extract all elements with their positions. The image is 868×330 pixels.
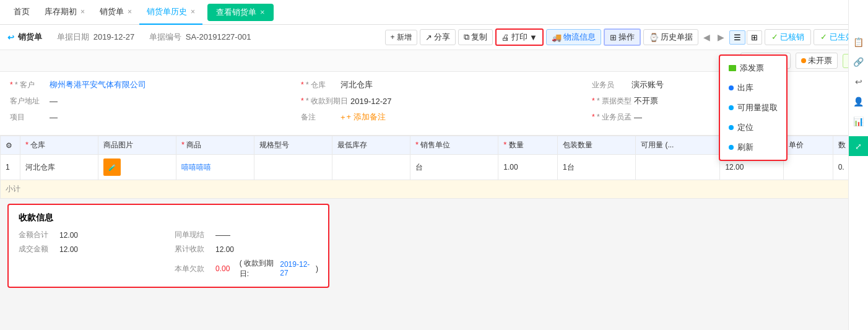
history-button[interactable]: ⌚ 历史单据 [643, 29, 698, 45]
sidebar-undo-icon[interactable]: ↩ [855, 77, 862, 87]
total-amount-label: 金额合计 [19, 230, 56, 240]
next-arrow[interactable]: ▶ [715, 32, 727, 42]
tab-inventory[interactable]: 库存期初 × [37, 0, 92, 25]
main-content: ↩ 销货单 单据日期 2019-12-27 单据编号 SA-20191227-0… [0, 25, 868, 330]
cancel-status-button[interactable]: ✓ 已核销 [765, 29, 812, 45]
close-tab-inventory[interactable]: × [80, 7, 85, 16]
sidebar-link-icon[interactable]: 🔗 [853, 57, 864, 67]
list-view-button[interactable]: ☰ [729, 30, 745, 45]
customer-field: * 客户 柳州粤港平安气体有限公司 [10, 79, 276, 90]
print-button[interactable]: 🖨 打印 ▼ [495, 28, 544, 46]
tab-sales[interactable]: 销货单 × [92, 0, 139, 25]
warehouse-value: 河北仓库 [341, 79, 373, 90]
sales-staff-label: * 业务员孟 [592, 112, 631, 123]
row-product-img: 🧪 [98, 155, 176, 180]
project-value: — [50, 113, 58, 122]
copy-button[interactable]: ⧉ 复制 [458, 29, 493, 45]
right-sidebar: 📋 🔗 ↩ 👤 📊 ⤢ [848, 0, 868, 330]
ticket-type-value: 不开票 [634, 95, 658, 106]
dropdown-add-invoice[interactable]: 添发票 [720, 58, 786, 78]
dropdown-available-qty[interactable]: 可用量提取 [720, 98, 786, 118]
same-order-value: —— [215, 231, 230, 240]
copy-icon: ⧉ [464, 32, 469, 42]
tab-home[interactable]: 首页 [6, 0, 37, 25]
share-button[interactable]: ↗ 分享 [420, 29, 456, 45]
not-open-button[interactable]: 未开票 [796, 53, 838, 69]
row-warehouse: 河北仓库 [20, 155, 98, 180]
col-spec: 规格型号 [254, 136, 332, 155]
customer-label: * 客户 [10, 80, 47, 90]
row-product[interactable]: 嘻嘻嘻嘻 [176, 155, 254, 180]
address-label: 客户地址 [10, 96, 47, 106]
due-note-label [233, 264, 235, 273]
tab-bar: 首页 库存期初 × 销货单 × 销货单历史 × 查看销货单 × × [0, 0, 868, 25]
new-button[interactable]: + 新增 [385, 30, 417, 45]
close-tab-view-sales[interactable]: × [260, 7, 265, 17]
refresh-icon [729, 145, 734, 150]
transaction-amount-row: 成交金额 12.00 [19, 244, 162, 254]
col-product-img: 商品图片 [98, 136, 176, 155]
dropdown-locate[interactable]: 定位 [720, 118, 786, 137]
cumulative-label: 累计收款 [175, 244, 212, 254]
product-thumbnail: 🧪 [103, 158, 121, 176]
sidebar-user-icon[interactable]: 👤 [853, 97, 864, 106]
col-settings[interactable]: ⚙ [1, 136, 20, 155]
dropdown-outbound[interactable]: 出库 [720, 78, 786, 98]
customer-value[interactable]: 柳州粤港平安气体有限公司 [50, 79, 146, 90]
ticket-dot-icon [801, 58, 806, 63]
truck-icon: 🚚 [552, 33, 562, 42]
doc-date-label: 单据日期 2019-12-27 [57, 32, 134, 43]
row-pack-qty: 1台 [558, 155, 636, 180]
history-icon: ⌚ [649, 33, 659, 42]
tab-view-sales[interactable]: 查看销货单 × [207, 4, 274, 21]
row-num: 1 [1, 155, 20, 180]
payment-title: 收款信息 [19, 212, 318, 224]
col-sales-unit: * 销售单位 [410, 136, 498, 155]
effect-check-icon: ✓ [820, 32, 827, 41]
close-tab-sales[interactable]: × [128, 7, 132, 16]
due-note-label2: ( 收款到期日: [240, 258, 277, 279]
dropdown-refresh[interactable]: 刷新 [720, 137, 786, 157]
sidebar-expand-icon[interactable]: ⤢ [849, 136, 869, 156]
cumulative-row: 累计收款 12.00 [175, 244, 318, 254]
grid-view-button[interactable]: ⊞ [747, 30, 762, 45]
row-sales-unit: 台 [410, 155, 498, 180]
warehouse-field: * 仓库 河北仓库 [301, 79, 567, 90]
col-unit-price: 单价 [784, 136, 833, 155]
row-quantity: 1.00 [498, 155, 558, 180]
locate-icon [729, 125, 734, 130]
doc-type-icon: ↩ [7, 33, 14, 42]
col-available: 可用量 (... [636, 136, 720, 155]
sidebar-clipboard-icon[interactable]: 📋 [853, 37, 864, 47]
same-order-label: 同单现结 [175, 230, 212, 240]
operations-button[interactable]: ⊞ 操作 [604, 28, 641, 46]
check-circle-icon: ✓ [771, 32, 778, 41]
available-qty-icon [729, 105, 734, 110]
logistics-button[interactable]: 🚚 物流信息 [546, 29, 601, 45]
warehouse-label: * 仓库 [301, 80, 338, 90]
transaction-amount-label: 成交金额 [19, 244, 56, 254]
total-amount-row: 金额合计 12.00 [19, 230, 162, 240]
plus-icon: + [341, 113, 345, 122]
subtotal-row: 小计 [1, 180, 868, 199]
total-amount-value: 12.00 [59, 231, 78, 240]
close-tab-sales-history[interactable]: × [191, 7, 195, 16]
tab-sales-history[interactable]: 销货单历史 × [139, 0, 202, 25]
same-order-row: 同单现结 —— [175, 230, 318, 240]
cumulative-value: 12.00 [215, 245, 234, 254]
payment-grid: 金额合计 12.00 同单现结 —— 成交金额 12.00 累计收款 12.00… [19, 230, 318, 279]
address-field: 客户地址 — [10, 96, 276, 106]
col-product: * 商品 [176, 136, 254, 155]
current-owed-row: 本单欠款 0.00 ( 收款到期日: 2019-12-27 ) [175, 258, 318, 279]
col-warehouse: * 仓库 [20, 136, 98, 155]
print-icon: 🖨 [501, 33, 510, 42]
due-date-field: * 收款到期日 2019-12-27 [301, 96, 567, 106]
staff-value: 演示账号 [631, 79, 664, 90]
add-note-button[interactable]: + + 添加备注 [341, 111, 386, 123]
print-dropdown-arrow: ▼ [529, 33, 537, 42]
outbound-icon [729, 85, 734, 90]
sidebar-chart-icon[interactable]: 📊 [853, 116, 864, 126]
col-pack-qty: 包装数量 [558, 136, 636, 155]
prev-arrow[interactable]: ◀ [701, 32, 713, 42]
note-label: 备注 [301, 112, 338, 123]
